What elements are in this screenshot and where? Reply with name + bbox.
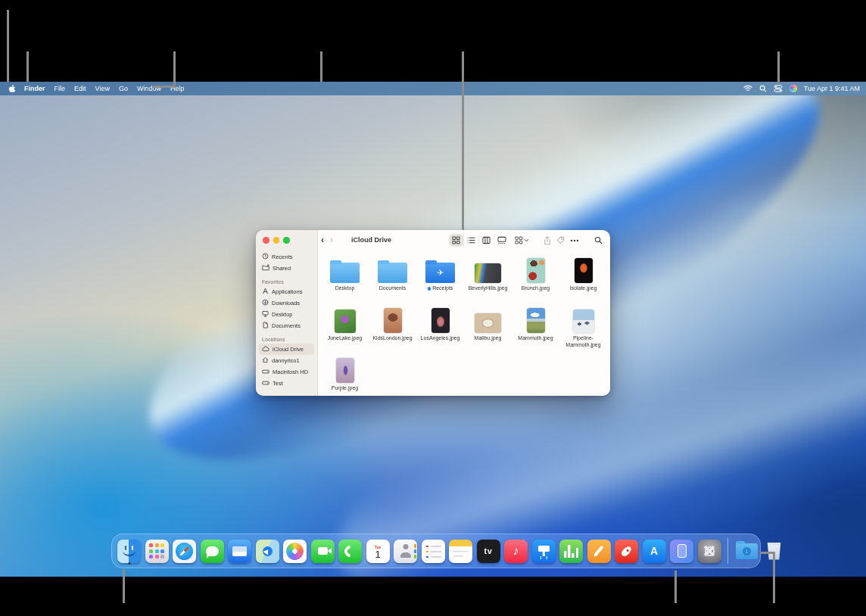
music-icon[interactable]: ♪	[504, 540, 528, 563]
zoom-button[interactable]	[283, 237, 290, 244]
dock-app-games[interactable]	[615, 537, 638, 565]
notes-icon[interactable]	[449, 540, 472, 563]
dock-app-messages[interactable]	[201, 537, 224, 565]
file-malibu-jpeg[interactable]: Malibu.jpeg	[464, 303, 512, 353]
mail-icon[interactable]	[228, 540, 251, 563]
sidebar-item-icloud-drive[interactable]: iCloud Drive	[259, 344, 314, 355]
nav-controls: ‹ ›	[321, 234, 333, 246]
tags-icon[interactable]	[556, 236, 565, 244]
dock-app-calendar[interactable]: Tue1	[366, 537, 390, 565]
file-documents[interactable]: Documents	[369, 253, 416, 303]
hard-drive-icon	[262, 380, 269, 387]
system-settings-icon[interactable]	[698, 540, 721, 563]
menu-bar-clock[interactable]: Tue Apr 1 9:41 AM	[804, 85, 860, 92]
dock-app-safari[interactable]	[173, 537, 196, 565]
control-center-icon[interactable]	[774, 85, 783, 92]
menu-finder[interactable]: Finder	[20, 85, 50, 92]
phone-icon[interactable]	[338, 540, 362, 563]
dock-app-photos[interactable]	[283, 537, 307, 565]
file-pipeline-mammoth-jpeg[interactable]: Pipeline-Mammoth.jpeg	[559, 303, 607, 353]
launchpad-icon[interactable]	[145, 540, 169, 563]
more-options-icon[interactable]	[570, 239, 579, 242]
sidebar-item-label: dannyrico1	[272, 357, 300, 364]
icon-view-button[interactable]	[449, 234, 463, 247]
sidebar-item-test[interactable]: Test	[259, 378, 314, 389]
sidebar-item-macintosh-hd[interactable]: Macintosh HD	[259, 366, 314, 378]
menu-file[interactable]: File	[50, 85, 70, 92]
dock-app-phone[interactable]	[338, 537, 362, 565]
photos-icon[interactable]	[283, 540, 307, 563]
column-view-button[interactable]	[478, 234, 494, 247]
dock-app-appstore[interactable]: A	[643, 537, 666, 565]
keynote-icon[interactable]	[532, 540, 556, 563]
file-isolate-jpeg[interactable]: Isolate.jpeg	[559, 253, 607, 303]
safari-icon[interactable]	[173, 540, 196, 563]
reminders-icon[interactable]	[422, 540, 445, 563]
menu-view[interactable]: View	[91, 85, 114, 92]
facetime-icon[interactable]	[311, 540, 335, 563]
dock-app-music[interactable]: ♪	[504, 537, 528, 565]
sidebar-item-dannyrico1[interactable]: dannyrico1	[259, 355, 314, 366]
siri-icon[interactable]	[790, 85, 797, 92]
dock-app-finder[interactable]	[117, 537, 141, 565]
file-junelake-jpeg[interactable]: JuneLake.jpeg	[321, 303, 369, 353]
sidebar-item-documents[interactable]: Documents	[259, 320, 314, 331]
share-icon[interactable]	[544, 236, 551, 245]
app-store-icon[interactable]: A	[643, 540, 666, 563]
file-kidslondon-jpeg[interactable]: KidsLondon.jpeg	[369, 303, 416, 353]
pages-icon[interactable]	[587, 540, 611, 563]
menu-go[interactable]: Go	[114, 85, 132, 92]
dock-app-facetime[interactable]	[311, 537, 335, 565]
wifi-icon[interactable]	[743, 85, 752, 92]
folder-icon	[330, 263, 360, 283]
list-view-button[interactable]	[463, 234, 478, 247]
dock-app-reminders[interactable]	[422, 537, 445, 565]
finder-icon[interactable]	[117, 540, 141, 563]
sidebar-item-shared[interactable]: Shared	[259, 263, 314, 274]
contacts-icon[interactable]	[394, 540, 417, 563]
numbers-icon[interactable]	[559, 540, 583, 563]
file-purple-jpeg[interactable]: Purple.jpeg	[321, 353, 369, 403]
close-button[interactable]	[263, 237, 269, 244]
file-brunch-jpeg[interactable]: Brunch.jpeg	[512, 253, 559, 303]
file-mammoth-jpeg[interactable]: Mammoth.jpeg	[512, 303, 559, 353]
dock-app-pages[interactable]	[587, 537, 611, 565]
downloads-icon[interactable]: ↓	[735, 540, 759, 563]
file-losangeles-jpeg[interactable]: LosAngeles.jpeg	[416, 303, 464, 353]
iphone-mirroring-icon[interactable]	[670, 540, 693, 563]
menu-edit[interactable]: Edit	[70, 85, 91, 92]
dock-app-launchpad[interactable]	[145, 537, 169, 565]
file-icon	[475, 303, 501, 333]
calendar-icon[interactable]: Tue1	[366, 540, 390, 563]
dock-app-numbers[interactable]	[559, 537, 583, 565]
sidebar-item-recents[interactable]: Recents	[259, 251, 314, 263]
dock-app-iphone[interactable]	[670, 537, 693, 565]
minimize-button[interactable]	[273, 237, 280, 244]
maps-icon[interactable]	[256, 540, 279, 563]
messages-icon[interactable]	[201, 540, 224, 563]
dock-app-notes[interactable]	[449, 537, 472, 565]
gallery-view-button[interactable]	[494, 234, 509, 247]
sidebar-item-downloads[interactable]: Downloads	[259, 297, 314, 309]
dock-app-maps[interactable]	[256, 537, 279, 565]
search-icon[interactable]	[594, 236, 603, 244]
dock-app-downloads[interactable]: ↓	[735, 537, 759, 565]
dock-app-keynote[interactable]	[532, 537, 556, 565]
dock-app-mail[interactable]	[228, 537, 251, 565]
spotlight-search-icon[interactable]	[759, 85, 767, 92]
file-desktop[interactable]: Desktop	[321, 253, 369, 303]
back-button[interactable]: ‹	[321, 234, 324, 246]
forward-button[interactable]: ›	[330, 234, 333, 246]
sidebar-item-applications[interactable]: Applications	[259, 286, 314, 297]
file-receipts[interactable]: ✈Receipts	[416, 253, 464, 303]
sidebar-item-desktop[interactable]: Desktop	[259, 309, 314, 320]
apple-menu-icon[interactable]	[5, 84, 20, 93]
games-icon[interactable]	[615, 540, 638, 563]
dock-app-settings[interactable]	[698, 537, 721, 565]
dock-app-contacts[interactable]	[394, 537, 417, 565]
dock-app-tv[interactable]: tv	[477, 537, 500, 565]
callout-line-help-menu-vertical	[173, 51, 176, 88]
group-button[interactable]	[515, 236, 528, 244]
file-beverlyhills-jpeg[interactable]: BeverlyHills.jpeg	[464, 253, 512, 303]
tv-icon[interactable]: tv	[477, 540, 500, 563]
